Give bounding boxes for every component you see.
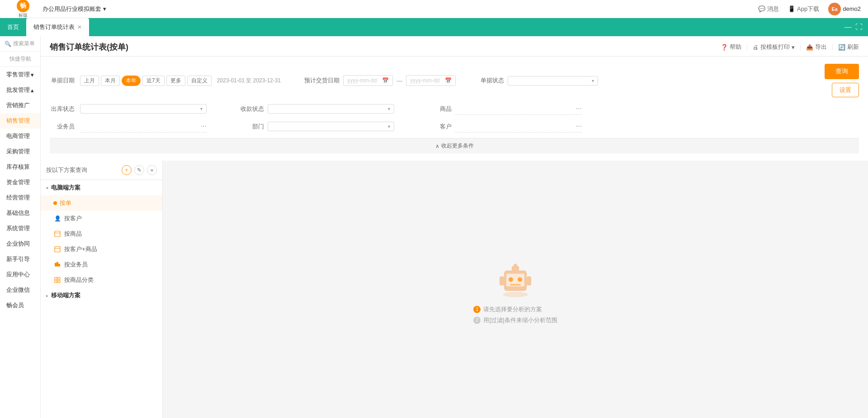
sidebar-wholesale-label: 批发管理	[6, 86, 30, 94]
export-label: 导出	[815, 43, 827, 51]
search-icon: 🔍	[5, 41, 11, 47]
goods-category-scheme-icon	[53, 276, 61, 284]
setting-button[interactable]: 设置	[832, 83, 859, 97]
order-status-select[interactable]: ▾	[508, 76, 598, 86]
scheme-item-by-customer[interactable]: 👤 按客户	[41, 211, 162, 226]
scheme-item-by-customer-goods[interactable]: 按客户+商品	[41, 242, 162, 257]
ship-status-select[interactable]: ▾	[80, 104, 207, 114]
collapse-panel-button[interactable]: «	[147, 165, 157, 175]
add-scheme-button[interactable]: +	[122, 165, 132, 175]
svg-point-11	[503, 292, 528, 297]
sidebar-item-vip[interactable]: 畅会员	[0, 298, 40, 313]
page-header-actions: ❓ 帮助 🖨 按模板打印 ▾ 📤 导出 🔄 刷新	[721, 43, 859, 51]
sidebar-item-enterprise[interactable]: 企业协同	[0, 236, 40, 252]
sidebar-item-sales[interactable]: 销售管理	[0, 113, 40, 128]
scheme-by-salesperson-label: 按业务员	[64, 261, 88, 269]
empty-illustration	[493, 255, 538, 300]
customer-label: 客户	[427, 123, 452, 131]
delivery-date-start[interactable]: yyyy-mm-dd 📅	[343, 75, 393, 86]
scheme-item-by-goods-category[interactable]: 按商品分类	[41, 272, 162, 288]
sidebar-marketing-label: 营销推广	[6, 101, 30, 109]
goods-input[interactable]: ···	[455, 103, 582, 115]
sidebar-search-row[interactable]: 🔍 搜索菜单	[0, 36, 41, 52]
scheme-item-by-goods[interactable]: 按商品	[41, 226, 162, 242]
app-download-action[interactable]: 📱 App下载	[788, 5, 819, 13]
scheme-item-by-order[interactable]: 按单	[41, 195, 162, 211]
date-btn-custom[interactable]: 自定义	[187, 76, 212, 86]
mobile-scheme-header[interactable]: ▸ 移动端方案	[41, 288, 162, 303]
filter-row-1: 单据日期 上月 本月 本年 近7天 更多 自定义 2023-01-01 至 20…	[50, 64, 859, 97]
sidebar-system-label: 系统管理	[6, 224, 30, 233]
date-btn-more[interactable]: 更多	[166, 76, 185, 86]
help-button[interactable]: ❓ 帮助	[721, 43, 741, 51]
sidebar-item-marketing[interactable]: 营销推广	[0, 98, 40, 113]
salesperson-label: 业务员	[50, 123, 75, 131]
tab-home[interactable]: 首页	[0, 18, 26, 36]
customer-input[interactable]: ···	[455, 120, 582, 133]
template-print-label: 按模板打印	[760, 43, 790, 51]
collect-status-select[interactable]: ▾	[268, 104, 394, 114]
goods-dots-icon: ···	[576, 104, 582, 113]
sidebar-item-ops[interactable]: 经营管理	[0, 190, 40, 205]
sidebar-item-stock[interactable]: 库存核算	[0, 159, 40, 175]
print-arrow-icon: ▾	[792, 44, 795, 51]
sidebar-item-newbie[interactable]: 新手引导	[0, 252, 40, 267]
date-label: 单据日期	[50, 76, 75, 85]
svg-rect-2	[55, 247, 60, 252]
sidebar-item-basic[interactable]: 基础信息	[0, 205, 40, 221]
mobile-scheme-label: 移动端方案	[51, 291, 80, 299]
svg-rect-16	[510, 284, 521, 285]
edit-scheme-button[interactable]: ✎	[134, 165, 144, 175]
left-panel-actions: + ✎ «	[122, 165, 157, 175]
pc-scheme-header[interactable]: ▾ 电脑端方案	[41, 180, 162, 195]
sidebar-item-wechat[interactable]: 企业微信	[0, 282, 40, 298]
date-btn-last-month[interactable]: 上月	[80, 76, 99, 86]
sidebar-item-retail[interactable]: 零售管理 ▾	[0, 67, 40, 82]
collapse-row[interactable]: ∧ 收起更多条件	[50, 138, 859, 153]
date-btn-7days[interactable]: 近7天	[142, 76, 165, 86]
sidebar-item-appcenter[interactable]: 应用中心	[0, 267, 40, 282]
export-button[interactable]: 📤 导出	[806, 43, 827, 51]
sidebar-item-wholesale[interactable]: 批发管理 ▴	[0, 82, 40, 98]
scheme-by-customer-label: 按客户	[64, 214, 82, 223]
svg-rect-5	[57, 262, 58, 266]
tab-expand-button[interactable]: ⛶	[855, 23, 863, 31]
sidebar-search-label: 搜索菜单	[13, 40, 35, 48]
salesperson-dots-icon: ···	[201, 122, 207, 130]
salesperson-input[interactable]: ···	[80, 120, 207, 133]
scheme-by-order-label: 按单	[60, 199, 71, 207]
dept-arrow-icon: ▾	[388, 124, 390, 129]
dept-label: 部门	[239, 123, 264, 131]
sidebar-item-purchase[interactable]: 采购管理	[0, 144, 40, 159]
goods-label: 商品	[427, 105, 452, 113]
scheme-item-by-salesperson[interactable]: 按业务员	[41, 257, 162, 272]
date-btn-this-year[interactable]: 本年	[122, 76, 141, 86]
divider-1	[747, 43, 747, 51]
collapse-up-icon: ∧	[435, 143, 439, 149]
svg-point-18	[514, 264, 517, 267]
dept-select[interactable]: ▾	[268, 122, 394, 131]
tab-sales-order-label: 销售订单统计表	[33, 23, 75, 31]
sidebar-item-ecommerce[interactable]: 电商管理	[0, 128, 40, 144]
sidebar-finance-label: 资金管理	[6, 178, 30, 186]
tab-sales-order-stat[interactable]: 销售订单统计表 ✕	[26, 18, 89, 36]
message-action[interactable]: 💬 消息	[758, 5, 779, 13]
btn-area: 查询 设置	[825, 64, 859, 97]
delivery-date-end[interactable]: yyyy-mm-dd 📅	[406, 75, 456, 86]
left-panel: 按以下方案查询 + ✎ « ▾ 电脑端方案	[41, 161, 163, 418]
refresh-button[interactable]: 🔄 刷新	[838, 43, 859, 51]
sidebar-newbie-label: 新手引导	[6, 255, 30, 263]
date-btn-this-month[interactable]: 本月	[101, 76, 120, 86]
date-range-text: 2023-01-01 至 2023-12-31	[217, 77, 281, 85]
sidebar-quick-nav[interactable]: 快捷导航	[0, 52, 41, 67]
query-button[interactable]: 查询	[825, 64, 859, 79]
sidebar-item-finance[interactable]: 资金管理	[0, 175, 40, 190]
svg-rect-19	[500, 276, 504, 285]
sidebar-item-system[interactable]: 系统管理	[0, 221, 40, 236]
template-print-button[interactable]: 🖨 按模板打印 ▾	[753, 43, 795, 51]
user-profile[interactable]: Ea demo2	[828, 3, 861, 15]
company-selector[interactable]: 办公用品行业模拟账套 ▾	[42, 5, 106, 13]
tab-minimize-button[interactable]: —	[844, 23, 852, 31]
tab-close-icon[interactable]: ✕	[77, 24, 82, 30]
page-header: 销售订单统计表(按单) ❓ 帮助 🖨 按模板打印 ▾ 📤 导出	[41, 36, 868, 57]
